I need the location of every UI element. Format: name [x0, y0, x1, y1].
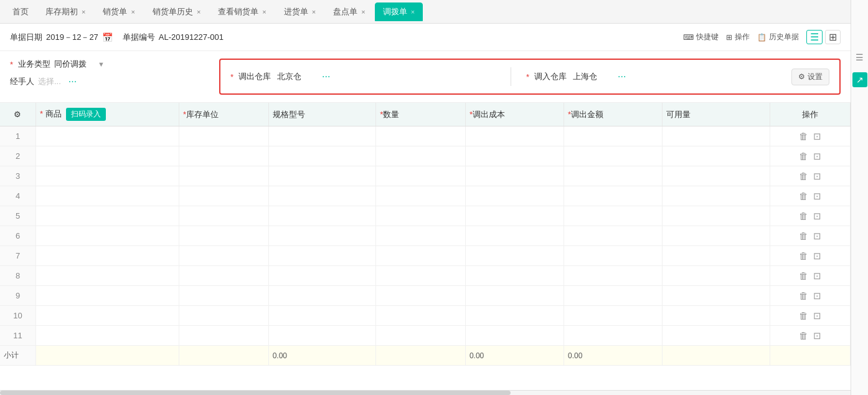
copy-icon[interactable]: ⊡	[813, 250, 821, 262]
tab-close-purchase-order[interactable]: ×	[312, 8, 316, 16]
table-header-row: ⚙ * 商品 扫码录入 *库存单位 规格型号 *数量 *调出成本 *调出金额 可…	[0, 103, 851, 126]
cell-available	[663, 126, 770, 146]
sidebar-list-icon[interactable]: ☰	[852, 50, 867, 65]
tab-inventory-init[interactable]: 库存期初 ×	[37, 2, 93, 21]
transfer-in-value[interactable]: 上海仓	[573, 71, 610, 82]
cell-amount	[564, 226, 663, 246]
copy-icon[interactable]: ⊡	[813, 310, 821, 321]
cell-product[interactable]	[35, 166, 179, 186]
tab-close-transfer[interactable]: ×	[411, 8, 415, 16]
cell-qty	[376, 286, 466, 306]
history-icon: 📋	[757, 33, 767, 42]
subtotal-label-cell: 小计	[0, 346, 35, 366]
delete-icon[interactable]: 🗑	[799, 131, 808, 141]
cell-product[interactable]	[35, 206, 179, 226]
col-unit: *库存单位	[179, 103, 268, 126]
transfer-in-required: *	[526, 72, 529, 82]
tab-sales-history[interactable]: 销货单历史 ×	[144, 2, 209, 21]
copy-icon[interactable]: ⊡	[813, 171, 821, 182]
business-type-field: * 业务类型 同价调拨 ▼	[10, 59, 209, 70]
cell-available	[663, 286, 770, 306]
cell-qty	[376, 326, 466, 346]
cell-product[interactable]	[35, 266, 179, 286]
business-type-value[interactable]: 同价调拨	[54, 59, 92, 70]
delete-icon[interactable]: 🗑	[799, 231, 808, 241]
cell-product[interactable]	[35, 326, 179, 346]
cell-product[interactable]	[35, 146, 179, 166]
person-placeholder[interactable]: 选择...	[38, 76, 61, 87]
cell-actions: 🗑 ⊡	[770, 306, 850, 326]
view-toggle-list[interactable]: ☰	[806, 30, 823, 44]
transfer-in-label: 调入仓库	[534, 71, 567, 82]
cell-available	[663, 186, 770, 206]
copy-icon[interactable]: ⊡	[813, 231, 821, 242]
cell-spec	[268, 306, 375, 326]
copy-icon[interactable]: ⊡	[813, 330, 821, 341]
cell-amount	[564, 166, 663, 186]
tab-close-inventory-init[interactable]: ×	[82, 8, 85, 16]
row-num: 6	[0, 226, 35, 246]
tab-close-sales-order[interactable]: ×	[131, 8, 134, 16]
tab-view-sales[interactable]: 查看销货单 ×	[210, 2, 274, 21]
cell-product[interactable]	[35, 246, 179, 266]
business-type-dropdown-icon[interactable]: ▼	[98, 60, 105, 68]
settings-button[interactable]: ⚙ 设置	[791, 69, 829, 85]
col-gear[interactable]: ⚙	[0, 103, 35, 126]
delete-icon[interactable]: 🗑	[799, 250, 808, 261]
cell-cost	[465, 326, 564, 346]
tab-close-sales-history[interactable]: ×	[197, 8, 200, 16]
delete-icon[interactable]: 🗑	[799, 290, 808, 301]
tab-close-stocktake[interactable]: ×	[361, 8, 365, 16]
history-action[interactable]: 📋 历史单据	[757, 32, 799, 42]
cell-product[interactable]	[35, 186, 179, 206]
delete-icon[interactable]: 🗑	[799, 211, 808, 221]
date-field-group: 单据日期 2019－12－27 📅	[10, 32, 113, 43]
cell-product[interactable]	[35, 126, 179, 146]
copy-icon[interactable]: ⊡	[813, 211, 821, 222]
tab-transfer[interactable]: 调拨单 ×	[375, 2, 423, 21]
transfer-out-more-btn[interactable]: ···	[322, 72, 330, 82]
cell-available	[663, 146, 770, 166]
cell-amount	[564, 326, 663, 346]
tab-stocktake[interactable]: 盘点单 ×	[325, 2, 373, 21]
cell-available	[663, 246, 770, 266]
cell-qty	[376, 166, 466, 186]
cell-product[interactable]	[35, 286, 179, 306]
person-label: 经手人	[10, 76, 34, 87]
transfer-in-more-btn[interactable]: ···	[618, 72, 626, 82]
cell-product[interactable]	[35, 306, 179, 326]
tab-sales-order[interactable]: 销货单 ×	[95, 2, 143, 21]
copy-icon[interactable]: ⊡	[813, 191, 821, 202]
view-toggle-grid[interactable]: ⊞	[825, 30, 841, 44]
person-field: 经手人 选择... ···	[10, 76, 209, 87]
tab-home[interactable]: 首页	[5, 6, 36, 17]
calendar-icon[interactable]: 📅	[102, 32, 113, 42]
delete-icon[interactable]: 🗑	[799, 151, 808, 161]
delete-icon[interactable]: 🗑	[799, 171, 808, 181]
tab-purchase-order[interactable]: 进货单 ×	[276, 2, 324, 21]
col-cost: *调出成本	[465, 103, 564, 126]
person-more-btn[interactable]: ···	[68, 77, 77, 87]
copy-icon[interactable]: ⊡	[813, 270, 821, 282]
delete-icon[interactable]: 🗑	[799, 330, 808, 341]
transfer-out-value[interactable]: 北京仓	[277, 71, 314, 82]
copy-icon[interactable]: ⊡	[813, 151, 821, 162]
delete-icon[interactable]: 🗑	[799, 310, 808, 321]
shortcut-action[interactable]: ⌨ 快捷键	[683, 32, 719, 42]
tab-close-view-sales[interactable]: ×	[262, 8, 266, 16]
delete-icon[interactable]: 🗑	[799, 270, 808, 281]
delete-icon[interactable]: 🗑	[799, 191, 808, 201]
sidebar-export-icon[interactable]: ↗	[852, 72, 867, 87]
scroll-bar[interactable]	[0, 390, 851, 395]
cell-unit	[179, 266, 268, 286]
scan-btn[interactable]: 扫码录入	[66, 108, 106, 121]
copy-icon[interactable]: ⊡	[813, 290, 821, 302]
copy-icon[interactable]: ⊡	[813, 131, 821, 142]
right-sidebar: ☰ ↗	[851, 0, 868, 395]
toolbar-right: ⌨ 快捷键 ⊞ 操作 📋 历史单据 ☰ ⊞	[683, 30, 841, 44]
operation-action[interactable]: ⊞ 操作	[726, 32, 750, 42]
cell-cost	[465, 126, 564, 146]
cell-qty	[376, 306, 466, 326]
cell-product[interactable]	[35, 226, 179, 246]
cell-spec	[268, 186, 375, 206]
